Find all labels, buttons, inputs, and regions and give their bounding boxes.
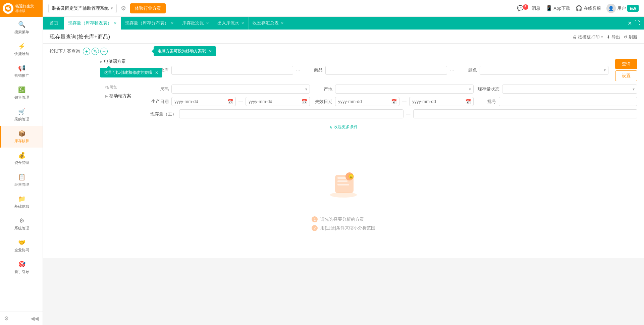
user-menu-btn[interactable]: 👤 用户 Ea [606,4,639,13]
sidebar-item-基础信息[interactable]: 📁 基础信息 [0,191,43,213]
origin-select[interactable] [335,85,474,94]
message-btn[interactable]: 💬 6 消息 [517,5,540,11]
tab-close-inout-flow[interactable]: ✕ [241,21,244,25]
batch-num-input[interactable] [499,97,637,106]
svg-text:畅: 畅 [6,6,10,11]
prod-date-end-wrap: 📅 [246,97,310,106]
collapse-bar[interactable]: ∧ 收起更多条件 [50,122,637,132]
size-select[interactable] [171,85,310,94]
tooltip2-close[interactable]: ✕ [155,70,158,75]
search-btn[interactable]: 查询 [615,59,637,69]
expire-date-end[interactable] [409,97,474,106]
collapse-icon: ∧ [329,125,332,129]
sidebar-item-企业协同[interactable]: 🤝 企业协同 [0,235,43,257]
content-area: 现存量查询(按仓库+商品) 🖨 按模板打印 ▾ ⬇ 导出 ↺ 刷新 [43,30,644,325]
tip-text-1: 请先选择要分析的方案 [320,216,364,222]
scheme-desktop-item[interactable]: ▶ 电脑端方案 [100,57,131,66]
filter-header: 按以下方案查询 + ✎ ← 电脑方案可设为移动方案哦 ✕ ▶ 电脑端方案 [50,48,637,55]
scheme-mobile-item[interactable]: ▶ 移动端方案 [105,92,131,100]
system-selector[interactable]: 装备及固定资产辅助管理系统 ▾ [48,4,117,13]
tip-num-1: 1 [312,216,318,222]
reset-btn[interactable]: 设置 [615,70,637,81]
page-title: 现存量查询(按仓库+商品) [50,34,110,41]
tab-close-inventory-status[interactable]: ✕ [114,21,117,25]
sidebar-logo: 畅 畅通好生意 标准版 [0,0,43,17]
online-support-btn[interactable]: 🎧 在线客服 [576,5,601,11]
tab-expand-icon[interactable]: ⛶ [635,20,640,26]
tab-close-inventory-dist[interactable]: ✕ [171,21,174,25]
tip-num-2: 2 [312,225,318,231]
logo-text: 畅通好生意 标准版 [15,4,34,13]
tab-close-batch-account[interactable]: ✕ [206,21,209,25]
color-select[interactable] [480,66,608,75]
tab-batch-account-label: 库存批次账 [182,20,204,26]
tab-inventory-dist[interactable]: 现存量（库存分布表） ✕ [121,17,178,30]
prod-date-start[interactable] [171,97,236,106]
back-btn[interactable]: ← [100,48,108,55]
sidebar-item-label: 新手引导 [14,269,29,274]
header-left: 装备及固定资产辅助管理系统 ▾ ⚙ 体验行业方案 [48,3,166,13]
svg-rect-5 [337,180,347,182]
stock-status-select[interactable] [502,85,637,94]
prod-date-end[interactable] [246,97,310,106]
refresh-btn[interactable]: ↺ 刷新 [624,34,637,40]
sidebar-item-经营管理[interactable]: 📋 经营管理 [0,169,43,191]
tab-summary[interactable]: 收发存汇总表 ✕ [249,17,288,30]
export-btn[interactable]: ⬇ 导出 [606,34,620,40]
expire-date-start[interactable] [335,97,399,106]
filter-row-3: 生产日期 📅 — 📅 失效日期 [150,97,637,106]
print-dropdown-icon: ▾ [601,35,603,39]
sidebar-item-label: 企业协同 [14,248,29,253]
sidebar-item-采购管理[interactable]: 🛒 采购管理 [0,104,43,126]
empty-state: 😐 1 请先选择要分析的方案 2 用[过滤]条件来缩小分析范围 [43,136,644,258]
sidebar-item-新手引导[interactable]: 🎯 新手引导 [0,257,43,278]
sidebar-item-营销推广[interactable]: 📢 营销推广 [0,60,43,82]
sidebar-item-label: 资金管理 [14,160,29,165]
goods-input[interactable] [325,66,447,75]
industry-btn[interactable]: 体验行业方案 [130,3,166,13]
print-btn[interactable]: 🖨 按模板打印 ▾ [572,34,603,40]
tab-batch-account[interactable]: 库存批次账 ✕ [178,17,213,30]
tab-inout-flow[interactable]: 出入库流水 ✕ [213,17,249,30]
tooltip-scheme-text: 电脑方案可设为移动方案哦 [158,48,206,54]
sidebar-item-label: 搜索菜单 [14,30,29,35]
sidebar-item-搜索菜单[interactable]: 🔍 搜索菜单 [0,17,43,39]
sidebar-bottom: ⚙ ◀◀ [0,312,43,325]
warehouse-dots[interactable]: ··· [296,67,300,73]
tab-summary-label: 收发存汇总表 [253,20,279,26]
tab-close-summary[interactable]: ✕ [281,21,284,25]
collapse-sidebar-icon[interactable]: ◀◀ [31,315,39,322]
settings-icon[interactable]: ⚙ [4,315,9,322]
goods-dots[interactable]: ··· [450,67,454,73]
stock-qty-max[interactable] [413,109,638,118]
edit-scheme-btn[interactable]: ✎ [92,48,99,55]
app-download-btn[interactable]: 📱 App下载 [546,5,570,11]
warehouse-input[interactable] [171,66,293,75]
sidebar-icon: 🛒 [18,108,25,115]
tooltip-scheme-close[interactable]: ✕ [209,49,212,54]
sidebar-item-销售管理[interactable]: 💹 销售管理 [0,82,43,104]
expire-date-start-wrap: 📅 [335,97,399,106]
sidebar-icon: 🤝 [18,239,25,246]
sidebar-icon: 💹 [18,86,25,94]
tab-inventory-status[interactable]: 现存量（库存状况表） ✕ [64,17,121,30]
sidebar-item-库存核算[interactable]: 📦 库存核算 [0,126,43,148]
tab-bar-right: ✕ ⛶ [625,20,643,26]
sidebar-item-系统管理[interactable]: ⚙ 系统管理 [0,213,43,235]
sidebar-item-快捷导航[interactable]: ⚡ 快捷导航 [0,39,43,60]
stock-qty-label: 现存量（主） [150,111,176,117]
main-area: 装备及固定资产辅助管理系统 ▾ ⚙ 体验行业方案 💬 6 消息 📱 App下载 … [43,0,644,325]
stock-qty-min[interactable] [179,109,404,118]
tab-close-all-icon[interactable]: ✕ [628,20,632,26]
sidebar-item-资金管理[interactable]: 💰 资金管理 [0,148,43,169]
scheme-mobile-label: 移动端方案 [109,93,131,99]
expire-date-label: 失效日期 [314,99,332,105]
sidebar-item-label: 基础信息 [14,204,29,209]
settings-gear-icon[interactable]: ⚙ [121,5,126,12]
print-label: 按模板打印 [578,34,600,40]
filter-cell-color: 颜色 [459,66,608,75]
filter-row-4: 现存量（主） — [150,109,637,118]
add-scheme-btn[interactable]: + [83,48,90,55]
sidebar-icon: 📁 [18,195,25,203]
tab-home[interactable]: 首页 [44,17,64,30]
